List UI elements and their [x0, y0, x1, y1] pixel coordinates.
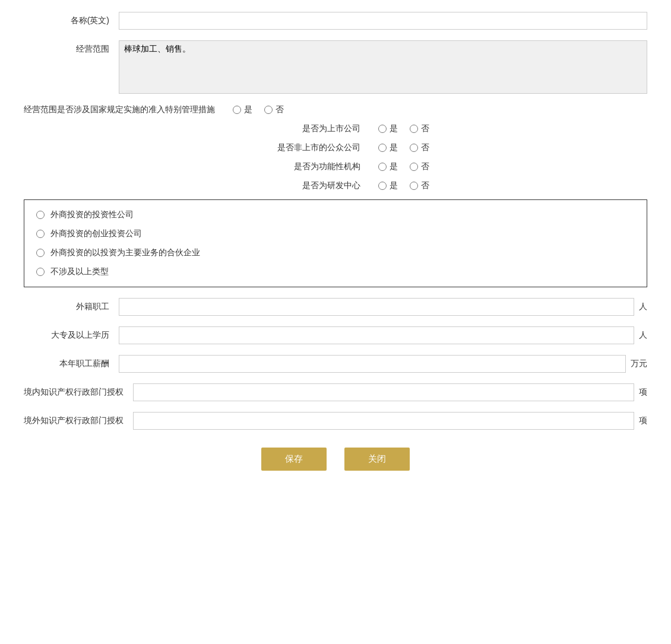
unlisted-public-yes-option[interactable]: 是 [378, 142, 398, 153]
special-mgmt-yes-option[interactable]: 是 [233, 104, 252, 115]
functional-org-no-label: 否 [421, 161, 429, 172]
annual-salary-row: 本年职工薪酬 万元 [24, 355, 647, 373]
investment-option-3[interactable]: 不涉及以上类型 [36, 267, 635, 277]
rd-center-no-option[interactable]: 否 [410, 180, 429, 191]
investment-box: 外商投资的投资性公司 外商投资的创业投资公司 外商投资的以投资为主要业务的合伙企… [24, 199, 647, 287]
unlisted-public-row: 是否非上市的公众公司 是 否 [24, 142, 647, 153]
foreign-ip-label: 境外知识产权行政部门授权 [24, 412, 133, 426]
business-scope-label: 经营范围 [24, 40, 119, 55]
rd-center-yes-radio[interactable] [378, 182, 387, 190]
investment-label-2: 外商投资的以投资为主要业务的合伙企业 [50, 248, 200, 258]
special-mgmt-row: 经营范围是否涉及国家规定实施的准入特别管理措施 是 否 [24, 104, 647, 115]
investment-radio-3[interactable] [36, 268, 45, 276]
functional-org-yes-radio[interactable] [378, 163, 387, 171]
special-mgmt-label: 经营范围是否涉及国家规定实施的准入特别管理措施 [24, 104, 215, 115]
functional-org-radio-group: 是 否 [378, 161, 429, 172]
investment-radio-0[interactable] [36, 211, 45, 219]
college-edu-label: 大专及以上学历 [24, 326, 119, 341]
functional-org-yes-label: 是 [390, 161, 398, 172]
unlisted-public-no-option[interactable]: 否 [410, 142, 429, 153]
rd-center-no-radio[interactable] [410, 182, 418, 190]
name-en-label: 各称(英文) [24, 12, 119, 26]
rd-center-yes-label: 是 [390, 180, 398, 191]
listed-yes-label: 是 [390, 123, 398, 134]
rd-center-row: 是否为研发中心 是 否 [24, 180, 647, 191]
close-button[interactable]: 关闭 [344, 448, 410, 471]
special-mgmt-no-option[interactable]: 否 [264, 104, 284, 115]
unlisted-public-label: 是否非上市的公众公司 [242, 142, 360, 153]
special-mgmt-radio-group: 是 否 [233, 104, 284, 115]
foreign-ip-row: 境外知识产权行政部门授权 项 [24, 412, 647, 430]
foreign-ip-input[interactable] [133, 412, 634, 430]
college-edu-input[interactable] [119, 326, 634, 344]
investment-label-1: 外商投资的创业投资公司 [50, 229, 142, 239]
foreign-employees-unit: 人 [634, 298, 647, 312]
button-area: 保存 关闭 [24, 448, 647, 483]
domestic-ip-row: 境内知识产权行政部门授权 项 [24, 383, 647, 401]
name-en-row: 各称(英文) [24, 12, 647, 30]
rd-center-yes-option[interactable]: 是 [378, 180, 398, 191]
unlisted-public-yes-radio[interactable] [378, 144, 387, 152]
domestic-ip-label: 境内知识产权行政部门授权 [24, 383, 133, 398]
rd-center-radio-group: 是 否 [378, 180, 429, 191]
listed-no-radio[interactable] [410, 125, 418, 133]
domestic-ip-unit: 项 [634, 383, 647, 398]
listed-row: 是否为上市公司 是 否 [24, 123, 647, 134]
foreign-employees-label: 外籍职工 [24, 298, 119, 312]
investment-label-3: 不涉及以上类型 [50, 267, 109, 277]
investment-label-0: 外商投资的投资性公司 [50, 210, 134, 220]
listed-yes-option[interactable]: 是 [378, 123, 398, 134]
rd-center-label: 是否为研发中心 [242, 180, 360, 191]
college-edu-unit: 人 [634, 326, 647, 341]
unlisted-public-no-radio[interactable] [410, 144, 418, 152]
save-button[interactable]: 保存 [261, 448, 327, 471]
rd-center-no-label: 否 [421, 180, 429, 191]
domestic-ip-input[interactable] [133, 383, 634, 401]
annual-salary-unit: 万元 [626, 355, 647, 369]
functional-org-no-radio[interactable] [410, 163, 418, 171]
functional-org-row: 是否为功能性机构 是 否 [24, 161, 647, 172]
business-scope-row: 经营范围 棒球加工、销售。 [24, 40, 647, 94]
foreign-employees-row: 外籍职工 人 [24, 298, 647, 316]
investment-radio-2[interactable] [36, 249, 45, 257]
special-mgmt-yes-radio[interactable] [233, 106, 241, 114]
functional-org-label: 是否为功能性机构 [242, 161, 360, 172]
name-en-input[interactable] [119, 12, 647, 30]
special-mgmt-yes-label: 是 [244, 104, 252, 115]
college-edu-row: 大专及以上学历 人 [24, 326, 647, 344]
form-container: 各称(英文) 经营范围 棒球加工、销售。 经营范围是否涉及国家规定实施的准入特别… [24, 12, 647, 483]
foreign-employees-input[interactable] [119, 298, 634, 316]
annual-salary-input[interactable] [119, 355, 626, 373]
listed-no-option[interactable]: 否 [410, 123, 429, 134]
investment-radio-1[interactable] [36, 230, 45, 238]
functional-org-no-option[interactable]: 否 [410, 161, 429, 172]
investment-option-0[interactable]: 外商投资的投资性公司 [36, 210, 635, 220]
investment-option-1[interactable]: 外商投资的创业投资公司 [36, 229, 635, 239]
unlisted-public-yes-label: 是 [390, 142, 398, 153]
investment-option-2[interactable]: 外商投资的以投资为主要业务的合伙企业 [36, 248, 635, 258]
business-scope-textarea[interactable]: 棒球加工、销售。 [119, 40, 647, 94]
unlisted-public-no-label: 否 [421, 142, 429, 153]
unlisted-public-radio-group: 是 否 [378, 142, 429, 153]
listed-radio-group: 是 否 [378, 123, 429, 134]
listed-no-label: 否 [421, 123, 429, 134]
special-mgmt-no-radio[interactable] [264, 106, 273, 114]
listed-yes-radio[interactable] [378, 125, 387, 133]
foreign-ip-unit: 项 [634, 412, 647, 426]
functional-org-yes-option[interactable]: 是 [378, 161, 398, 172]
special-mgmt-no-label: 否 [276, 104, 284, 115]
listed-label: 是否为上市公司 [242, 123, 360, 134]
annual-salary-label: 本年职工薪酬 [24, 355, 119, 369]
